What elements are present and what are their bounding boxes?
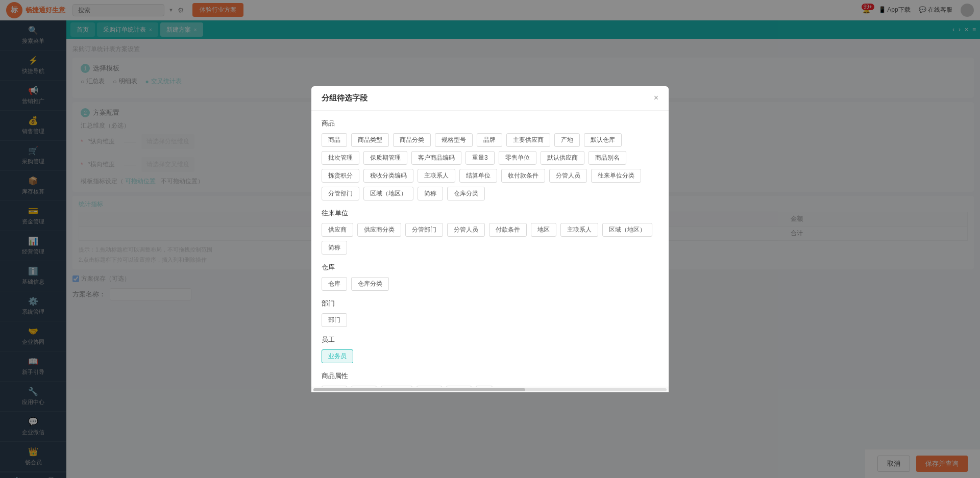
field-tag-party-manager[interactable]: 分管人员 (447, 223, 485, 237)
section-employee: 员工 业务员 (322, 335, 658, 363)
field-tag-weight3[interactable]: 重量3 (465, 151, 495, 165)
section-party-tags: 供应商 供应商分类 分管部门 分管人员 付款条件 地区 主联系人 区域（地区） … (322, 223, 658, 255)
field-tag-goods-cat[interactable]: 商品分类 (393, 133, 431, 147)
field-tag-party-cat[interactable]: 往来单位分类 (591, 169, 641, 183)
field-tag-supplier[interactable]: 供应商 (322, 223, 353, 237)
section-goods-title: 商品 (322, 119, 658, 128)
field-tag-abbr[interactable]: 简称 (418, 187, 443, 200)
section-warehouse-tags: 仓库 仓库分类 (322, 277, 658, 291)
section-department-title: 部门 (322, 299, 658, 308)
modal-close-button[interactable]: × (654, 93, 658, 103)
field-tag-settle-unit[interactable]: 结算单位 (459, 169, 497, 183)
field-tag-department[interactable]: 部门 (322, 313, 347, 327)
field-tag-supplier-cat[interactable]: 供应商分类 (357, 223, 401, 237)
modal-hscrollbar[interactable] (311, 387, 669, 392)
field-tag-origin[interactable]: 产地 (554, 133, 580, 147)
field-tag-party-region[interactable]: 区域（地区） (602, 223, 652, 237)
section-department-tags: 部门 (322, 313, 658, 327)
hscroll-thumb (313, 388, 525, 391)
modal-title: 分组待选字段 (322, 93, 368, 103)
modal-body[interactable]: 商品 商品 商品类型 商品分类 规格型号 品牌 主要供应商 产地 默认仓库 批次… (311, 111, 669, 387)
modal-overlay: 分组待选字段 × 商品 商品 商品类型 商品分类 规格型号 品牌 主要供应商 产… (0, 0, 980, 478)
field-tag-goods-type[interactable]: 商品类型 (351, 133, 389, 147)
field-tag-default-wh[interactable]: 默认仓库 (584, 133, 622, 147)
section-party: 往来单位 供应商 供应商分类 分管部门 分管人员 付款条件 地区 主联系人 区域… (322, 209, 658, 255)
section-employee-title: 员工 (322, 335, 658, 344)
field-tag-spec-type[interactable]: 规格型号 (435, 133, 473, 147)
hscroll-track (313, 388, 667, 391)
field-tag-payment-terms[interactable]: 收付款条件 (501, 169, 545, 183)
field-tag-warehouse-cat[interactable]: 仓库分类 (351, 277, 389, 291)
field-tag-party-abbr[interactable]: 简称 (322, 241, 347, 255)
field-tag-goods-alias[interactable]: 商品别名 (589, 151, 626, 165)
field-tag-party-dept[interactable]: 分管部门 (405, 223, 443, 237)
field-tag-retail-unit[interactable]: 零售单位 (499, 151, 536, 165)
field-tag-goods[interactable]: 商品 (322, 133, 347, 147)
field-tag-area[interactable]: 地区 (531, 223, 556, 237)
field-tag-wh-cat[interactable]: 仓库分类 (447, 187, 485, 200)
field-tag-dept[interactable]: 分管部门 (322, 187, 359, 200)
section-goods-attr: 商品属性 属性 颜色 多规格 尺码 鞋码 1 (322, 371, 658, 387)
section-goods-attr-title: 商品属性 (322, 371, 658, 381)
section-party-title: 往来单位 (322, 209, 658, 218)
field-tag-region[interactable]: 区域（地区） (363, 187, 413, 200)
field-tag-salesperson[interactable]: 业务员 (322, 349, 353, 363)
section-employee-tags: 业务员 (322, 349, 658, 363)
field-tag-brand[interactable]: 品牌 (477, 133, 502, 147)
section-goods: 商品 商品 商品类型 商品分类 规格型号 品牌 主要供应商 产地 默认仓库 批次… (322, 119, 658, 200)
field-tag-contact[interactable]: 主联系人 (560, 223, 598, 237)
field-tag-cust-code[interactable]: 客户商品编码 (411, 151, 461, 165)
field-tag-shelf-life[interactable]: 保质期管理 (363, 151, 407, 165)
field-tag-warehouse[interactable]: 仓库 (322, 277, 347, 291)
section-department: 部门 部门 (322, 299, 658, 327)
field-tag-tax-code[interactable]: 税收分类编码 (363, 169, 413, 183)
field-tag-manager[interactable]: 分管人员 (549, 169, 587, 183)
field-select-modal: 分组待选字段 × 商品 商品 商品类型 商品分类 规格型号 品牌 主要供应商 产… (311, 86, 669, 392)
field-tag-batch-mgmt[interactable]: 批次管理 (322, 151, 359, 165)
section-warehouse-title: 仓库 (322, 263, 658, 272)
field-tag-main-contact[interactable]: 主联系人 (418, 169, 455, 183)
modal-header: 分组待选字段 × (311, 86, 669, 111)
field-tag-payment-cond[interactable]: 付款条件 (489, 223, 527, 237)
section-goods-tags: 商品 商品类型 商品分类 规格型号 品牌 主要供应商 产地 默认仓库 批次管理 … (322, 133, 658, 200)
field-tag-default-supplier[interactable]: 默认供应商 (541, 151, 584, 165)
field-tag-pick-points[interactable]: 拣货积分 (322, 169, 359, 183)
section-warehouse: 仓库 仓库 仓库分类 (322, 263, 658, 291)
field-tag-main-supplier[interactable]: 主要供应商 (506, 133, 550, 147)
